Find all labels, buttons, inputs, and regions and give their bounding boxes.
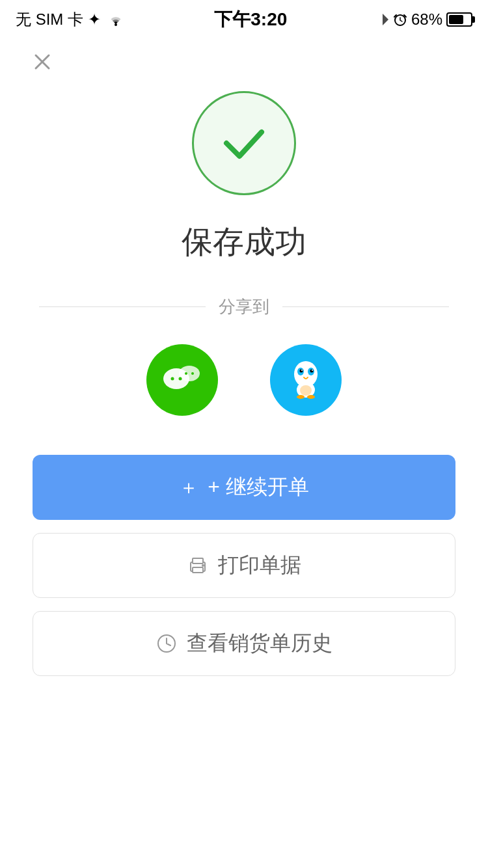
success-title: 保存成功: [182, 221, 306, 263]
svg-point-0: [115, 23, 117, 26]
svg-rect-22: [193, 558, 203, 563]
wifi-icon: [106, 12, 126, 27]
svg-rect-23: [193, 567, 203, 573]
qq-icon: [285, 357, 327, 403]
svg-point-20: [307, 395, 315, 399]
share-icons-container: [146, 344, 342, 416]
checkmark-icon: [215, 114, 273, 172]
continue-icon: ＋: [179, 474, 198, 501]
status-bar: 无 SIM 卡 ✦ 下午3:20 68%: [0, 0, 488, 39]
share-label: 分享到: [219, 295, 269, 318]
svg-point-16: [312, 370, 313, 371]
qq-share-button[interactable]: [270, 344, 342, 416]
history-label: 查看销货单历史: [187, 629, 332, 658]
status-left: 无 SIM 卡 ✦: [16, 9, 126, 30]
history-icon: [156, 632, 178, 655]
history-button[interactable]: 查看销货单历史: [33, 611, 455, 676]
wechat-icon: [159, 360, 205, 400]
divider-left: [39, 306, 206, 307]
svg-point-8: [185, 372, 187, 375]
svg-point-5: [179, 366, 200, 381]
battery-percent: 68%: [411, 10, 442, 29]
print-label: 打印单据: [218, 551, 301, 580]
continue-button[interactable]: ＋ + 继续开单: [33, 455, 455, 520]
print-icon: [187, 554, 209, 576]
continue-label: + 继续开单: [208, 473, 309, 502]
svg-point-6: [171, 377, 174, 381]
close-button[interactable]: [26, 46, 59, 78]
wechat-share-button[interactable]: [146, 344, 218, 416]
svg-point-24: [202, 564, 204, 567]
battery-indicator: [446, 12, 472, 27]
success-icon-circle: [192, 91, 296, 195]
share-divider: 分享到: [0, 295, 488, 318]
print-button[interactable]: 打印单据: [33, 533, 455, 598]
divider-right: [282, 306, 449, 307]
svg-point-15: [301, 370, 303, 371]
location-icon: [376, 13, 389, 26]
no-sim-text: 无 SIM 卡 ✦: [16, 9, 101, 30]
alarm-icon: [393, 12, 407, 27]
svg-point-14: [310, 370, 313, 373]
status-time: 下午3:20: [214, 7, 287, 32]
svg-point-19: [297, 395, 305, 399]
svg-point-18: [300, 385, 312, 396]
action-buttons: ＋ + 继续开单 打印单据 查看销货单历史: [33, 455, 455, 676]
svg-point-13: [299, 370, 303, 373]
share-section: 分享到: [0, 295, 488, 416]
svg-point-7: [179, 377, 182, 381]
status-right: 68%: [376, 10, 472, 29]
main-content: 保存成功 分享到: [0, 39, 488, 676]
svg-point-9: [191, 372, 194, 375]
